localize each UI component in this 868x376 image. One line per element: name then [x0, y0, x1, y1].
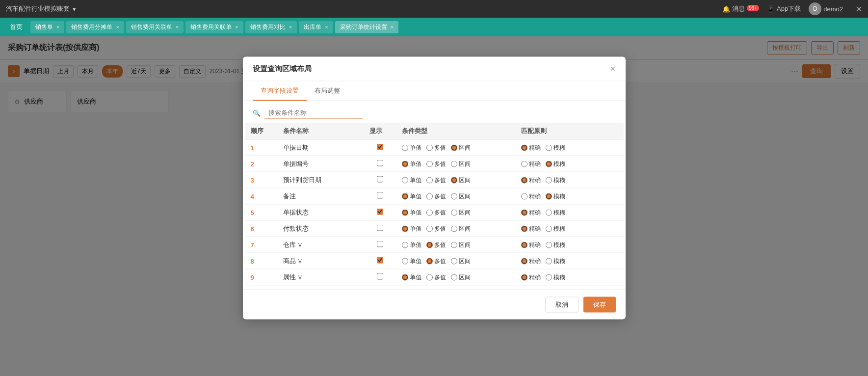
row-order: 7 [245, 237, 277, 253]
type-radio-single[interactable]: 单值 [402, 208, 421, 216]
row-condition-name: 有无商品图片 [277, 285, 364, 290]
show-checkbox[interactable] [377, 257, 383, 264]
type-radio-multi[interactable]: 多值 [426, 176, 446, 184]
download-icon: 📱 [767, 5, 775, 13]
match-radio-exact[interactable]: 精确 [521, 257, 541, 265]
type-radio-range[interactable]: 区间 [451, 224, 471, 233]
type-radio-range[interactable]: 区间 [451, 176, 471, 184]
type-radio-multi[interactable]: 多值 [426, 224, 446, 233]
type-radio-multi[interactable]: 多值 [426, 273, 446, 281]
cancel-button[interactable]: 取消 [545, 297, 579, 313]
show-checkbox[interactable] [377, 176, 383, 183]
nav-tab-sales-related-close[interactable]: × [176, 24, 179, 30]
modal-close-button[interactable]: × [610, 64, 616, 74]
modal-footer: 取消 保存 [243, 290, 626, 320]
type-radio-single[interactable]: 单值 [402, 257, 421, 265]
nav-tab-purchase-stat-close[interactable]: × [391, 24, 394, 30]
match-radio-exact[interactable]: 精确 [521, 241, 541, 249]
match-radio-exact[interactable]: 精确 [521, 143, 541, 152]
nav-tab-sales-related[interactable]: 销售费用关联单 × [126, 21, 184, 33]
user-profile[interactable]: D demo2 [809, 2, 843, 15]
match-radio-fuzzy[interactable]: 模糊 [546, 224, 565, 233]
match-radio-fuzzy[interactable]: 模糊 [546, 241, 565, 249]
type-radio-single[interactable]: 单值 [402, 224, 421, 233]
type-radio-multi[interactable]: 多值 [426, 160, 446, 168]
tab-layout[interactable]: 布局调整 [307, 81, 348, 101]
match-radio-fuzzy[interactable]: 模糊 [546, 143, 565, 152]
match-radio-fuzzy[interactable]: 模糊 [546, 176, 565, 184]
type-radio-single[interactable]: 单值 [402, 241, 421, 249]
row-order: 4 [245, 188, 277, 204]
table-row: 10有无商品图片单值多值区间精确模糊 [245, 285, 624, 290]
show-checkbox[interactable] [377, 273, 383, 280]
match-radio-fuzzy[interactable]: 模糊 [546, 208, 565, 216]
type-radio-range[interactable]: 区间 [451, 257, 471, 265]
top-bar-actions: 🔔 消息 99+ 📱 App下载 D demo2 ✕ [722, 2, 862, 15]
search-input[interactable] [264, 107, 363, 119]
type-radio-multi[interactable]: 多值 [426, 257, 446, 265]
notification-icon: 🔔 [722, 5, 730, 13]
type-radio-multi[interactable]: 多值 [426, 241, 446, 249]
type-radio-single[interactable]: 单值 [402, 192, 421, 200]
type-radio-multi[interactable]: 多值 [426, 143, 446, 152]
table-row: 7仓库 ∨单值多值区间精确模糊 [245, 237, 624, 253]
show-checkbox[interactable] [377, 192, 383, 199]
top-bar-close-button[interactable]: ✕ [856, 4, 862, 14]
nav-tab-sales-related2-close[interactable]: × [235, 24, 238, 30]
nav-tab-sales-expense[interactable]: 销售费用分摊单 × [66, 21, 124, 33]
match-radio-exact[interactable]: 精确 [521, 208, 541, 216]
type-radio-multi[interactable]: 多值 [426, 192, 446, 200]
type-radio-single[interactable]: 单值 [402, 143, 421, 152]
match-radio-fuzzy[interactable]: 模糊 [546, 257, 565, 265]
nav-tab-sales-compare[interactable]: 销售费用对比 × [245, 21, 297, 33]
row-order: 6 [245, 220, 277, 237]
match-radio-fuzzy[interactable]: 模糊 [546, 273, 565, 281]
nav-tab-sales-close[interactable]: × [56, 24, 59, 30]
type-radio-range[interactable]: 区间 [451, 208, 471, 216]
conditions-table-scroll: 顺序 条件名称 显示 条件类型 匹配原则 1单据日期单值多值区间精确模糊2单据编… [245, 123, 624, 290]
type-radio-range[interactable]: 区间 [451, 143, 471, 152]
type-radio-multi[interactable]: 多值 [426, 208, 446, 216]
show-checkbox[interactable] [377, 144, 383, 150]
nav-tab-outbound[interactable]: 出库单 × [299, 21, 333, 33]
nav-tab-sales-related2[interactable]: 销售费用关联单 × [185, 21, 243, 33]
type-radio-single[interactable]: 单值 [402, 176, 421, 184]
match-radio-exact[interactable]: 精确 [521, 160, 541, 168]
dropdown-arrow[interactable]: ▾ [73, 5, 76, 13]
show-checkbox[interactable] [377, 241, 383, 247]
download-button[interactable]: 📱 App下载 [767, 4, 801, 13]
row-show-checkbox-cell [364, 237, 396, 253]
row-match-options: 精确模糊 [515, 204, 624, 220]
notifications-button[interactable]: 🔔 消息 99+ [722, 4, 759, 13]
tab-query-fields[interactable]: 查询字段设置 [253, 81, 307, 101]
show-checkbox[interactable] [377, 160, 383, 166]
row-show-checkbox-cell [364, 253, 396, 269]
app-title: 汽车配件行业模拟账套 [6, 4, 70, 13]
notification-badge: 99+ [747, 5, 759, 11]
type-radio-range[interactable]: 区间 [451, 273, 471, 281]
show-checkbox[interactable] [377, 209, 383, 215]
match-radio-fuzzy[interactable]: 模糊 [546, 160, 565, 168]
nav-tab-outbound-close[interactable]: × [325, 24, 328, 30]
match-radio-exact[interactable]: 精确 [521, 176, 541, 184]
row-condition-name: 单据编号 [277, 156, 364, 172]
col-header-name: 条件名称 [277, 123, 364, 140]
app-title-area: 汽车配件行业模拟账套 ▾ [6, 4, 76, 13]
match-radio-exact[interactable]: 精确 [521, 192, 541, 200]
nav-tab-sales-compare-close[interactable]: × [289, 24, 292, 30]
nav-home[interactable]: 首页 [4, 21, 28, 33]
row-type-options: 单值多值区间 [396, 285, 515, 290]
type-radio-range[interactable]: 区间 [451, 241, 471, 249]
type-radio-single[interactable]: 单值 [402, 160, 421, 168]
match-radio-fuzzy[interactable]: 模糊 [546, 192, 565, 200]
nav-tab-sales[interactable]: 销售单 × [30, 21, 64, 33]
type-radio-range[interactable]: 区间 [451, 160, 471, 168]
type-radio-single[interactable]: 单值 [402, 273, 421, 281]
nav-tab-purchase-stat[interactable]: 采购订单统计设置 × [335, 21, 398, 33]
type-radio-range[interactable]: 区间 [451, 192, 471, 200]
save-button[interactable]: 保存 [583, 297, 616, 313]
match-radio-exact[interactable]: 精确 [521, 273, 541, 281]
show-checkbox[interactable] [377, 225, 383, 231]
match-radio-exact[interactable]: 精确 [521, 224, 541, 233]
nav-tab-sales-expense-close[interactable]: × [116, 24, 119, 30]
